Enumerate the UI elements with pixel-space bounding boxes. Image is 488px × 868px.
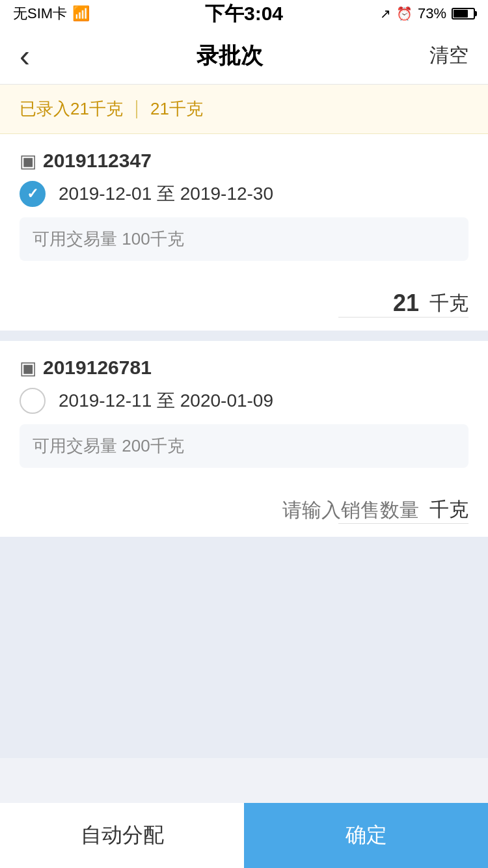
batch-2-date-row: 2019-12-11 至 2020-01-09 [20, 388, 468, 414]
batch-1-amount-unit: 千克 [429, 290, 468, 317]
bottom-bar: 自动分配 确定 [0, 803, 488, 868]
nav-bar: ‹ 录批次 清空 [0, 27, 488, 85]
batch-2-quantity-input[interactable] [224, 499, 419, 521]
battery-indicator [452, 8, 475, 20]
batch-1-header: ▣ 2019112347 [20, 150, 468, 172]
batch-1-divider [338, 317, 468, 318]
batch-2-input-wrapper: 千克 [224, 496, 468, 524]
batch-2-quantity-box: 可用交易量 200千克 [20, 424, 468, 468]
recorded-amount: 已录入21千克 [20, 98, 123, 120]
batch-card-1: ▣ 2019112347 2019-12-01 至 2019-12-30 可用交… [0, 134, 488, 277]
batch-1-date: 2019-12-01 至 2019-12-30 [59, 182, 273, 206]
status-right: ↗ ⏰ 73% [380, 5, 475, 22]
clear-button[interactable]: 清空 [429, 42, 468, 69]
batch-2-input-unit: 千克 [429, 496, 468, 523]
batch-1-amount-row: 21 千克 [0, 277, 488, 331]
batch-1-id: 2019112347 [43, 150, 152, 172]
batch-1-amount-value: 21 [393, 290, 419, 317]
status-time: 下午3:04 [205, 1, 283, 27]
total-amount: 21千克 [150, 98, 203, 120]
page-title: 录批次 [197, 41, 263, 71]
batch-2-quantity: 可用交易量 200千克 [33, 436, 184, 455]
confirm-button[interactable]: 确定 [244, 803, 488, 868]
info-banner: 已录入21千克 21千克 [0, 85, 488, 134]
battery-text: 73% [418, 5, 446, 22]
location-icon: ↗ [380, 6, 391, 21]
batch-2-id: 2019126781 [43, 357, 152, 379]
batch-2-input-row: 千克 [0, 483, 488, 537]
wifi-icon: 📶 [72, 5, 90, 22]
batch-1-radio[interactable] [20, 181, 46, 207]
batch-1-quantity-box: 可用交易量 100千克 [20, 217, 468, 261]
batch-2-header: ▣ 2019126781 [20, 357, 468, 379]
batch-1-date-row: 2019-12-01 至 2019-12-30 [20, 181, 468, 207]
batch-1-amount-wrapper: 21 千克 [338, 290, 468, 318]
batch-1-icon: ▣ [20, 150, 36, 172]
batch-2-date: 2019-12-11 至 2020-01-09 [59, 388, 273, 413]
batch-1-quantity: 可用交易量 100千克 [33, 229, 184, 249]
sim-text: 无SIM卡 [13, 4, 67, 23]
alarm-icon: ⏰ [396, 6, 413, 21]
batch-card-2: ▣ 2019126781 2019-12-11 至 2020-01-09 可用交… [0, 341, 488, 483]
info-divider [136, 100, 137, 118]
batch-2-radio[interactable] [20, 388, 46, 414]
section-separator-1 [0, 331, 488, 341]
back-button[interactable]: ‹ [20, 38, 30, 74]
status-bar: 无SIM卡 📶 下午3:04 ↗ ⏰ 73% [0, 0, 488, 27]
batch-2-icon: ▣ [20, 357, 36, 379]
status-left: 无SIM卡 📶 [13, 4, 90, 23]
blue-filler [0, 537, 488, 758]
batch-2-underline [338, 523, 468, 524]
auto-distribute-button[interactable]: 自动分配 [0, 803, 244, 868]
